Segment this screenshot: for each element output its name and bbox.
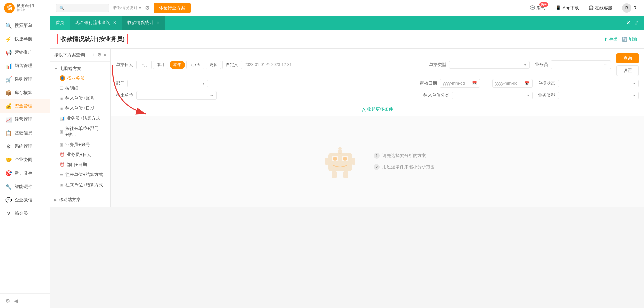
sidebar-item-marketing[interactable]: 📢 营销推广: [0, 46, 50, 59]
scheme-item-icon-partner-account: ▣: [60, 96, 63, 101]
business-type-select[interactable]: ▾: [558, 92, 639, 99]
scheme-settings-icon[interactable]: ⚙: [97, 52, 102, 58]
settings-bottom-icon[interactable]: ⚙: [5, 298, 10, 304]
collapse-bar[interactable]: ⋀ 收起更多条件: [111, 103, 644, 116]
refresh-button[interactable]: 🔄 刷新: [622, 36, 637, 42]
tab-bank-flow-close[interactable]: ✕: [113, 20, 116, 25]
partner-select[interactable]: ···: [136, 91, 217, 100]
scheme-item-salesperson-date[interactable]: ⏰ 业务员+日期: [50, 150, 110, 160]
sidebar-item-finance[interactable]: 💰 资金管理: [0, 99, 50, 113]
voucher-status-label: 单据状态: [538, 80, 555, 86]
topbar-search-box[interactable]: 🔍: [56, 4, 109, 12]
enterprise-icon: 🤝: [5, 156, 12, 163]
scheme-item-icon-salesperson: 👤: [60, 75, 65, 81]
sidebar-item-basic-info[interactable]: 📋 基础信息: [0, 126, 50, 140]
sidebar-item-guide[interactable]: 🎯 新手引导: [0, 166, 50, 180]
scheme-item-by-salesperson[interactable]: 👤 按业务员: [50, 73, 110, 83]
scheme-item-dept-date[interactable]: ⏰ 部门+日期: [50, 160, 110, 170]
export-button[interactable]: ⬆ 导出: [604, 36, 618, 42]
notification-icon: 💬: [530, 5, 535, 10]
tab-close-window-icon[interactable]: ✕: [626, 20, 630, 26]
query-button[interactable]: 查询: [616, 53, 639, 63]
scheme-collapse-icon[interactable]: «: [104, 52, 106, 58]
customer-service-icon: 🎧: [588, 5, 594, 10]
scheme-item-salesperson-settlement[interactable]: 📊 业务员+结算方式: [50, 113, 110, 123]
sidebar-item-member[interactable]: V 畅会员: [0, 207, 50, 220]
dept-select[interactable]: ▾: [127, 80, 208, 87]
data-area: 1 请先选择要分析的方案 2 用过滤条件来缩小分析范围: [111, 116, 644, 207]
operations-icon: 📈: [5, 116, 12, 123]
tab-collection-stats[interactable]: 收款情况统计 ✕: [122, 16, 165, 30]
scheme-item-partner-settlement2[interactable]: ▣ 往来单位+结算方式: [50, 180, 110, 190]
sidebar-item-search-menu[interactable]: 🔍 搜索菜单: [0, 19, 50, 32]
step-1-label: 请先选择要分析的方案: [382, 151, 426, 160]
logo-badge: 标准版: [17, 8, 38, 12]
filter-main: 单据日期 上月 本月 本年 近7天 更多 自定义 2023-01-01 至 20…: [111, 49, 644, 116]
sidebar-label-member: 畅会员: [15, 210, 28, 216]
sidebar-label-search-menu: 搜索菜单: [15, 22, 32, 29]
svg-rect-8: [352, 158, 355, 165]
scheme-item-icon-ps2: ▣: [60, 183, 63, 187]
tab-bank-flow-label: 现金银行流水查询: [75, 20, 110, 26]
scheme-item-partner-dept[interactable]: ▣ 按往来单位+部门+收...: [50, 123, 110, 140]
scheme-item-by-detail[interactable]: ☰ 按明细: [50, 83, 110, 93]
scheme-desktop-title[interactable]: ▼ 电脑端方案: [50, 64, 110, 73]
app-download-area[interactable]: 📱 App下载: [556, 5, 579, 11]
notification-area[interactable]: 💬 消息 99+: [530, 5, 545, 11]
app-download-label: App下载: [562, 5, 579, 11]
breadcrumb-area[interactable]: 收款情况统计 ▾: [113, 5, 141, 11]
scheme-item-label-dept-date: 部门+日期: [67, 162, 87, 168]
member-icon: V: [5, 210, 12, 217]
tab-maximize-icon[interactable]: ⤢: [634, 20, 639, 26]
trial-button[interactable]: 体验行业方案: [154, 3, 191, 13]
date-btn-7days[interactable]: 近7天: [186, 61, 204, 69]
sidebar-item-enterprise[interactable]: 🤝 企业协同: [0, 153, 50, 166]
voucher-status-select[interactable]: ▾: [558, 80, 639, 87]
sidebar-item-inventory[interactable]: 📦 库存核算: [0, 86, 50, 99]
sidebar-item-quick-nav[interactable]: ⚡ 快捷导航: [0, 32, 50, 46]
inventory-icon: 📦: [5, 89, 12, 96]
scheme-mobile-title[interactable]: ▶ 移动端方案: [50, 195, 110, 204]
tab-collection-stats-close[interactable]: ✕: [156, 20, 160, 25]
sidebar-item-wechat[interactable]: 💬 企业微信: [0, 193, 50, 207]
scheme-item-partner-date[interactable]: ▣ 往来单位+日期: [50, 103, 110, 113]
user-name: Rit: [633, 5, 639, 10]
voucher-type-chevron: ▾: [524, 63, 526, 67]
partner-category-select[interactable]: ▾: [452, 92, 533, 99]
partner-dots[interactable]: ···: [210, 93, 213, 98]
dept-label: 部门: [116, 80, 125, 86]
voucher-type-select[interactable]: ▾: [449, 61, 530, 69]
tab-home[interactable]: 首页: [50, 16, 70, 30]
sidebar-item-sales[interactable]: 📊 销售管理: [0, 59, 50, 72]
date-btn-this-month[interactable]: 本月: [153, 61, 168, 69]
topbar-settings-icon[interactable]: ⚙: [145, 5, 150, 11]
date-btn-custom[interactable]: 自定义: [222, 61, 242, 69]
salesperson-select[interactable]: ···: [551, 60, 611, 69]
scheme-item-salesperson-account[interactable]: ▣ 业务员+账号: [50, 140, 110, 150]
calendar-icon-to: 📅: [525, 81, 530, 86]
scheme-item-partner-account[interactable]: ▣ 往来单位+账号: [50, 93, 110, 103]
sidebar-item-hardware[interactable]: 🔧 智能硬件: [0, 180, 50, 193]
sidebar-item-purchase[interactable]: 🛒 采购管理: [0, 72, 50, 86]
dept-chevron: ▾: [203, 82, 204, 85]
hardware-icon: 🔧: [5, 183, 12, 190]
settings-button[interactable]: 设置: [616, 65, 639, 76]
collapse-sidebar-icon[interactable]: ◀: [14, 298, 18, 304]
sidebar-item-operations[interactable]: 📈 经营管理: [0, 113, 50, 126]
sidebar-item-system[interactable]: ⚙ 系统管理: [0, 140, 50, 153]
date-btn-this-year[interactable]: 本年: [170, 61, 185, 69]
review-date-from[interactable]: yyyy-mm-dd 📅: [440, 79, 480, 88]
review-date-to[interactable]: yyyy-mm-dd 📅: [492, 79, 533, 88]
date-btn-more[interactable]: 更多: [206, 61, 221, 69]
tabbar-controls: ✕ ⤢: [621, 16, 644, 30]
salesperson-dots[interactable]: ···: [604, 62, 607, 67]
tab-bank-flow[interactable]: 现金银行流水查询 ✕: [70, 16, 122, 30]
date-btn-last-month[interactable]: 上月: [136, 61, 152, 69]
scheme-desktop-label: 电脑端方案: [60, 66, 82, 72]
user-area[interactable]: R Rit: [622, 3, 639, 13]
date-separator: —: [483, 81, 490, 86]
scheme-add-icon[interactable]: +: [92, 52, 95, 58]
scheme-item-partner-settlement1[interactable]: ☰ 往来单位+结算方式: [50, 170, 110, 180]
customer-service-area[interactable]: 🎧 在线客服: [588, 5, 612, 11]
svg-rect-7: [325, 158, 328, 165]
